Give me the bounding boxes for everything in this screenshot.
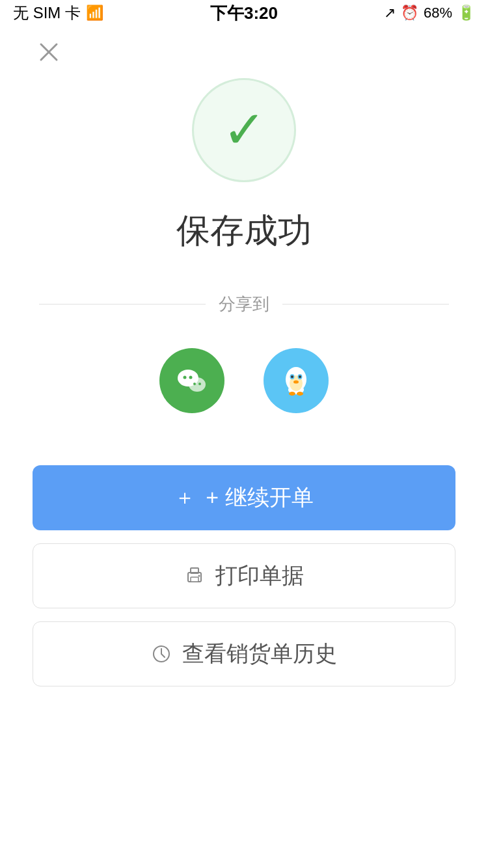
share-icons-row xyxy=(159,348,329,413)
svg-point-16 xyxy=(289,392,295,396)
wifi-icon: 📶 xyxy=(86,5,103,21)
svg-point-3 xyxy=(189,377,206,392)
print-label: 打印单据 xyxy=(215,561,304,591)
status-left: 无 SIM 卡 📶 xyxy=(13,3,103,23)
svg-point-7 xyxy=(198,383,201,385)
status-bar: 无 SIM 卡 📶 下午3:20 ↗ ⏰ 68% 🔋 xyxy=(0,0,488,26)
wechat-share-button[interactable] xyxy=(159,348,224,413)
success-icon-circle: ✓ xyxy=(192,78,296,182)
continue-label: + 继续开单 xyxy=(206,483,313,513)
svg-point-13 xyxy=(291,375,293,378)
close-button[interactable] xyxy=(33,36,65,68)
share-divider: 分享到 xyxy=(0,293,488,316)
battery-icon: 🔋 xyxy=(457,5,475,21)
location-icon: ↗ xyxy=(384,5,396,21)
svg-point-21 xyxy=(198,575,200,577)
status-right: ↗ ⏰ 68% 🔋 xyxy=(384,5,475,21)
checkmark-icon: ✓ xyxy=(223,104,266,156)
history-icon xyxy=(151,644,172,664)
battery-label: 68% xyxy=(424,5,452,21)
svg-rect-20 xyxy=(191,577,198,582)
svg-point-17 xyxy=(297,392,303,396)
success-title: 保存成功 xyxy=(176,208,312,254)
print-button[interactable]: 打印单据 xyxy=(33,543,455,608)
svg-point-15 xyxy=(293,381,299,384)
alarm-icon: ⏰ xyxy=(401,5,418,21)
actions-section: ＋ + 继续开单 打印单据 查看销货单历 xyxy=(0,465,488,686)
share-label: 分享到 xyxy=(206,293,282,316)
status-time: 下午3:20 xyxy=(210,2,278,25)
svg-point-14 xyxy=(299,375,301,378)
svg-point-5 xyxy=(189,376,193,379)
qq-share-button[interactable] xyxy=(264,348,329,413)
history-button[interactable]: 查看销货单历史 xyxy=(33,621,455,686)
history-label: 查看销货单历史 xyxy=(182,639,337,669)
divider-line-right xyxy=(282,304,449,305)
print-icon xyxy=(184,565,205,586)
plus-icon: ＋ xyxy=(174,483,195,512)
svg-point-6 xyxy=(193,383,196,385)
continue-button[interactable]: ＋ + 继续开单 xyxy=(33,465,455,530)
main-content: ✓ 保存成功 分享到 xyxy=(0,26,488,686)
divider-line-left xyxy=(39,304,206,305)
svg-point-4 xyxy=(183,376,187,379)
no-sim-label: 无 SIM 卡 xyxy=(13,3,81,23)
